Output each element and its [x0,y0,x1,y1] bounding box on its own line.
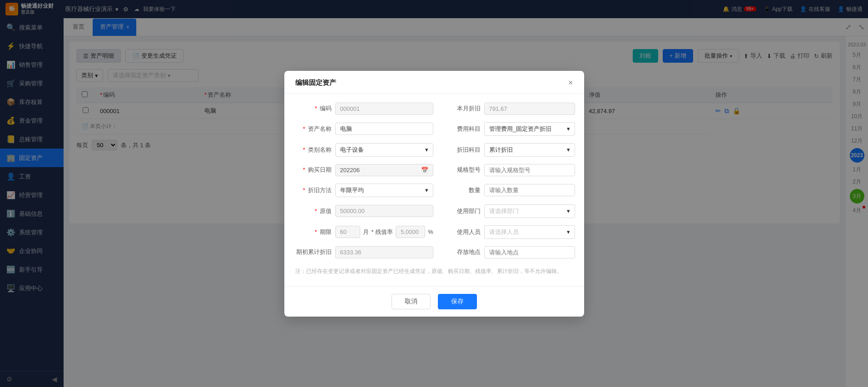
department-arrow-icon: ▾ [567,208,570,214]
residual-rate-label: * 残值率 [372,228,393,236]
purchase-date-label: * 购买日期 [295,166,332,174]
user-arrow-icon: ▾ [567,228,570,235]
modal-body: * 编码 本月折旧 * 资产名称 [284,94,584,286]
form-note: 注：已经存在变更记录或者对应固定资产已经生成凭证，原值、购买日期、残值率、累计折… [295,266,575,277]
expense-arrow-icon: ▾ [567,125,570,132]
asset-name-input[interactable] [335,123,433,135]
modal-close-btn[interactable]: × [568,78,573,88]
purchase-date-input[interactable]: 202206 📅 [335,164,433,176]
form-row-quantity: 数量 [444,184,575,197]
category-arrow-icon: ▾ [425,146,428,153]
residual-rate-unit-label: % [428,228,433,235]
initial-dep-label: 期初累计折旧 [295,248,332,256]
location-label: 存放地点 [444,248,481,256]
form-row-expense-account: 费用科目 管理费用_固定资产折旧 ▾ [444,122,575,136]
initial-dep-input[interactable] [335,246,433,258]
dep-account-label: 折旧科目 [444,146,481,154]
asset-name-label: * 资产名称 [295,125,332,133]
asset-form: * 编码 本月折旧 * 资产名称 [295,103,573,277]
monthly-dep-input[interactable] [484,103,575,115]
form-row-initial-dep: 期初累计折旧 [295,246,433,258]
dep-account-select[interactable]: 累计折旧 ▾ [484,143,575,157]
cancel-button[interactable]: 取消 [392,294,431,309]
form-row-user: 使用人员 请选择人员 ▾ [444,225,575,239]
form-row-period: * 期限 月 * 残值率 % [295,225,433,239]
calendar-icon: 📅 [421,167,428,174]
department-label: 使用部门 [444,207,481,215]
form-row-purchase-date: * 购买日期 202206 📅 [295,164,433,176]
department-select[interactable]: 请选择部门 ▾ [484,204,575,218]
code-label: * 编码 [295,104,332,113]
dep-method-select[interactable]: 年限平均 ▾ [335,184,433,197]
monthly-dep-label: 本月折旧 [444,104,481,113]
user-label: 使用人员 [444,228,481,236]
quantity-input[interactable] [484,184,575,196]
residual-rate-input[interactable] [396,226,425,238]
period-label: * 期限 [295,228,332,236]
modal-title: 编辑固定资产 [295,79,336,87]
original-value-label: * 原值 [295,207,332,215]
period-group: 月 * 残值率 % [335,226,433,238]
original-value-input[interactable] [335,205,433,217]
spec-input[interactable] [484,164,575,176]
save-button[interactable]: 保存 [438,294,477,309]
modal-footer: 取消 保存 [284,286,584,317]
location-input[interactable] [484,246,575,258]
quantity-label: 数量 [444,186,481,194]
form-row-code: * 编码 [295,103,433,115]
form-row-location: 存放地点 [444,246,575,258]
dep-arrow-icon: ▾ [567,146,570,153]
user-select[interactable]: 请选择人员 ▾ [484,225,575,239]
period-input[interactable] [335,226,360,238]
expense-account-label: 费用科目 [444,125,481,133]
modal-header: 编辑固定资产 × [284,71,584,94]
form-row-monthly-dep: 本月折旧 [444,103,575,115]
modal-overlay: 编辑固定资产 × * 编码 本月折旧 [0,0,868,387]
form-row-dep-account: 折旧科目 累计折旧 ▾ [444,143,575,157]
form-row-category: * 类别名称 电子设备 ▾ [295,143,433,157]
form-row-department: 使用部门 请选择部门 ▾ [444,204,575,218]
form-row-asset-name: * 资产名称 [295,122,433,136]
category-label: * 类别名称 [295,146,332,154]
form-row-original-value: * 原值 [295,204,433,218]
code-input[interactable] [335,103,433,115]
form-row-dep-method: * 折旧方法 年限平均 ▾ [295,184,433,197]
edit-asset-modal: 编辑固定资产 × * 编码 本月折旧 [284,71,584,317]
dep-method-label: * 折旧方法 [295,186,332,194]
dep-method-arrow-icon: ▾ [425,187,428,194]
spec-label: 规格型号 [444,166,481,174]
expense-account-select[interactable]: 管理费用_固定资产折旧 ▾ [484,122,575,136]
category-select[interactable]: 电子设备 ▾ [335,143,433,157]
form-row-spec: 规格型号 [444,164,575,176]
period-unit-label: 月 [363,228,369,236]
